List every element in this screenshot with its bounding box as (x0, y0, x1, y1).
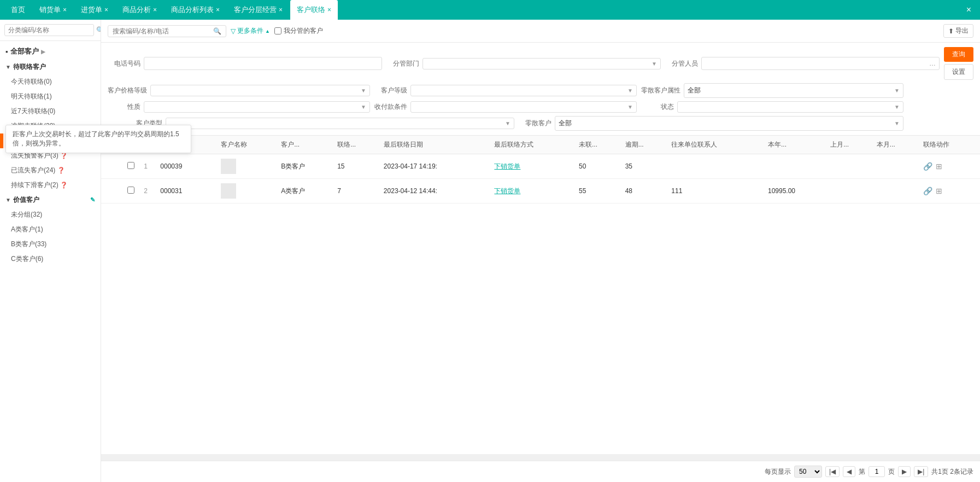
sidebar-all-customers[interactable]: ▪ 全部客户 ▶ (0, 43, 101, 60)
last-type-link-1[interactable]: 下销货单 (494, 187, 520, 195)
edit-icon[interactable]: ✎ (90, 196, 95, 204)
tab-customer-tier-close[interactable]: × (279, 6, 283, 14)
tab-customer-contact[interactable]: 客户联络 × (290, 0, 338, 20)
tab-product-analysis[interactable]: 商品分析 × (116, 0, 163, 20)
last-type-link-0[interactable]: 下销货单 (494, 162, 520, 170)
help-icon-churned: ❓ (57, 167, 65, 173)
sidebar-item-churned[interactable]: 已流失客户(24) ❓ (0, 163, 101, 178)
value-customers-label: 价值客户 (13, 195, 39, 205)
sidebar-item-tomorrow[interactable]: 明天待联络(1) (0, 89, 101, 104)
sidebar-item-declining[interactable]: 持续下滑客户(2) ❓ (0, 178, 101, 193)
more-conditions-button[interactable]: ▽ 更多条件 ▲ (231, 26, 270, 36)
customer-level-select[interactable]: ▼ (410, 85, 637, 96)
sidebar-item-unclassified[interactable]: 未分组(32) (0, 207, 101, 222)
tab-product-analysis-list[interactable]: 商品分析列表 × (165, 0, 226, 20)
tab-product-analysis-list-close[interactable]: × (216, 6, 220, 14)
phone-input[interactable] (144, 57, 382, 70)
first-page-button[interactable]: |◀ (825, 466, 840, 477)
cell-last-month-0 (827, 154, 873, 179)
tab-home[interactable]: 首页 (4, 0, 32, 20)
cell-unit-contact-0 (668, 154, 765, 179)
search-icon[interactable]: 🔍 (213, 27, 221, 35)
col-actions-header: 联络动作 (920, 136, 980, 154)
manager-select[interactable]: … (701, 57, 940, 70)
last-page-button[interactable]: ▶| (914, 466, 928, 477)
search-input[interactable] (113, 27, 211, 35)
col-unit-contact-header: 往来单位联系人 (668, 136, 765, 154)
content-area: 🔍 ▽ 更多条件 ▲ 我分管的客户 ⬆ 导出 电话号码 (101, 20, 980, 482)
tab-customer-tier[interactable]: 客户分层经营 × (227, 0, 289, 20)
tab-sales-label: 销货单 (39, 5, 61, 15)
per-page-select[interactable]: 50 20 100 (794, 466, 822, 478)
status-chevron-icon: ▼ (894, 104, 900, 110)
retail-attr-select[interactable]: 全部 ▼ (684, 83, 903, 98)
grid-icon: ▪ (5, 48, 8, 56)
tab-sales-close[interactable]: × (63, 6, 67, 14)
sidebar-search-input[interactable] (4, 24, 94, 36)
customer-type-select[interactable]: ▼ (166, 118, 514, 129)
action-grid-icon-1[interactable]: ⊞ (936, 187, 942, 195)
col-this-year-header: 本年... (765, 136, 827, 154)
status-label: 状态 (641, 102, 674, 112)
payment-select[interactable]: ▼ (410, 101, 637, 113)
manager-more-icon[interactable]: … (929, 60, 936, 67)
filter-manager: 分管人员 … (665, 57, 940, 70)
tab-product-analysis-close[interactable]: × (153, 6, 157, 14)
dept-select[interactable]: ▼ (422, 58, 661, 69)
cell-last-type-0[interactable]: 下销货单 (491, 154, 576, 179)
all-customers-label: 全部客户 (10, 47, 39, 56)
tab-sales[interactable]: 销货单 × (33, 0, 73, 20)
sidebar-item-class-b[interactable]: B类客户(33) (0, 237, 101, 252)
manager-label: 分管人员 (665, 59, 698, 68)
sidebar-item-7days[interactable]: 近7天待联络(0) (0, 104, 101, 119)
sidebar-item-today[interactable]: 今天待联络(0) (0, 74, 101, 89)
action-grid-icon-0[interactable]: ⊞ (936, 162, 942, 171)
tab-product-analysis-label: 商品分析 (122, 5, 151, 15)
filter-customer-level: 客户等级 ▼ (374, 85, 637, 96)
tab-customer-contact-label: 客户联络 (297, 5, 325, 15)
export-button[interactable]: ⬆ 导出 (943, 24, 973, 38)
tab-purchase-close[interactable]: × (104, 6, 108, 14)
filter-phone: 电话号码 (108, 57, 382, 70)
dept-chevron-icon: ▼ (652, 61, 657, 67)
my-customers-checkbox-label[interactable]: 我分管的客户 (274, 26, 323, 36)
action-link-icon-1[interactable]: 🔗 (923, 187, 932, 195)
filter-payment: 收付款条件 ▼ (374, 101, 637, 113)
retail-attr-value: 全部 (688, 86, 701, 95)
pagination: 每页显示 50 20 100 |◀ ◀ 第 页 ▶ ▶| 共1页 2条记录 (101, 461, 980, 482)
sidebar-item-class-a[interactable]: A类客户(1) (0, 222, 101, 237)
window-close-button[interactable]: × (962, 5, 976, 15)
per-page-label: 每页显示 (765, 467, 791, 477)
gender-select[interactable]: ▼ (144, 101, 370, 113)
sidebar-search-icon[interactable]: 🔍 (96, 26, 101, 34)
collapse-icon[interactable]: ▶ (41, 49, 45, 55)
cell-last-type-1[interactable]: 下销货单 (491, 179, 576, 204)
sidebar-pending-header: ▼ 待联络客户 (0, 60, 101, 74)
cell-num-0: 1 (140, 154, 157, 179)
price-level-select[interactable]: ▼ (150, 85, 370, 96)
retail-attr-chevron-icon: ▼ (894, 88, 900, 94)
my-customers-checkbox[interactable] (274, 27, 281, 34)
col-last-month-header: 上月... (827, 136, 873, 154)
cell-not-contacted-0: 50 (576, 154, 622, 179)
sidebar: 🔍 ▪ 全部客户 ▶ ▼ 待联络客户 今天待联络(0) 明天待联络(1) 近7天… (0, 20, 101, 482)
cell-this-year-1: 10995.00 (765, 179, 827, 204)
retail-customer-select[interactable]: 全部 ▼ (555, 116, 903, 131)
setting-button[interactable]: 设置 (944, 64, 973, 80)
tab-purchase[interactable]: 进货单 × (74, 0, 115, 20)
cell-overdue-0: 35 (622, 154, 668, 179)
cell-checkbox-1[interactable] (124, 179, 140, 204)
tab-customer-contact-close[interactable]: × (327, 6, 331, 14)
sidebar-item-class-c[interactable]: C类客户(6) (0, 252, 101, 266)
action-link-icon-0[interactable]: 🔗 (923, 162, 932, 171)
prev-page-button[interactable]: ◀ (843, 466, 855, 477)
next-page-button[interactable]: ▶ (898, 466, 911, 477)
sidebar-search-area: 🔍 (0, 20, 101, 41)
cell-checkbox-0[interactable] (124, 154, 140, 179)
query-button[interactable]: 查询 (944, 47, 973, 62)
customer-level-label: 客户等级 (374, 86, 407, 95)
page-number-input[interactable] (868, 466, 885, 477)
status-select[interactable]: ▼ (677, 101, 903, 113)
horizontal-scrollbar[interactable] (101, 454, 980, 461)
col-last-type-header: 最后联络方式 (491, 136, 576, 154)
